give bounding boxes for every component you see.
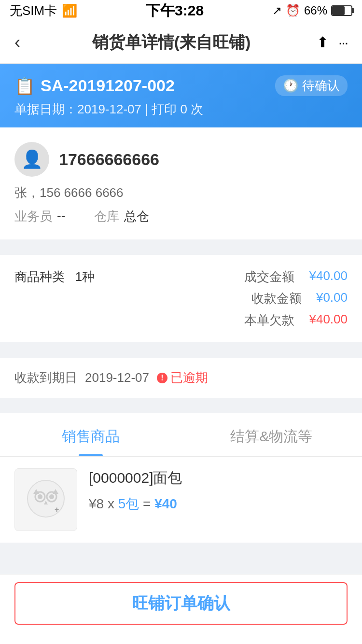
customer-top: 👤 17666666666	[14, 142, 348, 177]
tab-settlement-logistics[interactable]: 结算&物流等	[181, 413, 362, 456]
battery-fill	[332, 6, 345, 15]
svg-point-3	[38, 494, 42, 499]
product-types-value: 1种	[75, 269, 95, 284]
price-unit: ¥8 x	[89, 496, 118, 511]
product-price-formula: ¥8 x 5包 = ¥40	[89, 495, 348, 513]
transaction-amount-row: 成交金额 ¥40.00	[244, 268, 348, 285]
warehouse-value: 总仓	[124, 208, 149, 225]
due-section: 收款到期日 2019-12-07 ! 已逾期	[0, 358, 362, 398]
wifi-icon: 📶	[62, 3, 77, 18]
bottom-bar: 旺铺订单确认	[0, 574, 362, 644]
product-item: + [0000002]面包 ¥8 x 5包 = ¥40	[0, 457, 362, 543]
svg-point-4	[49, 494, 54, 499]
customer-meta: 业务员 -- 仓库 总仓	[14, 208, 348, 225]
overdue-text: 已逾期	[170, 369, 208, 386]
order-id-icon: 📋	[14, 76, 35, 96]
battery-icon	[331, 5, 352, 16]
order-date: 单据日期：2019-12-07 | 打印 0 次	[14, 101, 348, 118]
svg-text:+: +	[55, 505, 59, 514]
nav-actions: ⬆ ···	[299, 34, 348, 51]
order-id: 📋 SA-20191207-002	[14, 76, 175, 96]
carrier-label: 无SIM卡	[10, 2, 57, 19]
product-image: +	[14, 468, 77, 531]
total-price: ¥40	[154, 496, 177, 511]
customer-name: 张，156 6666 6666	[14, 184, 348, 201]
received-label: 收款金额	[251, 290, 302, 307]
balance-label: 本单欠款	[244, 312, 294, 329]
order-header: 📋 SA-20191207-002 🕐 待确认 单据日期：2019-12-07 …	[0, 64, 362, 127]
divider-1	[0, 247, 362, 255]
battery-percent: 66%	[304, 4, 327, 17]
back-button[interactable]: ‹	[14, 32, 43, 53]
avatar: 👤	[14, 142, 49, 177]
quantity-value: 5包	[118, 496, 139, 511]
product-logo: +	[27, 479, 65, 520]
due-date-label: 收款到期日	[14, 369, 77, 386]
salesperson-value: --	[57, 208, 65, 225]
divider-3	[0, 406, 362, 413]
nav-bar: ‹ 销货单详情(来自旺铺) ⬆ ···	[0, 21, 362, 64]
transaction-amount: ¥40.00	[309, 268, 348, 285]
alarm-icon: ⏰	[286, 4, 300, 17]
summary-section: 商品种类 1种 成交金额 ¥40.00 收款金额 ¥0.00 本单欠款 ¥40.…	[0, 255, 362, 342]
order-header-top: 📋 SA-20191207-002 🕐 待确认	[14, 75, 348, 96]
salesperson-item: 业务员 --	[14, 208, 65, 225]
due-date-value: 2019-12-07	[85, 370, 149, 385]
summary-left: 商品种类 1种	[14, 268, 95, 285]
clock-icon: 🕐	[283, 78, 298, 93]
received-amount: ¥0.00	[316, 290, 348, 307]
more-icon[interactable]: ···	[338, 34, 348, 51]
customer-phone: 17666666666	[59, 150, 159, 169]
page-title: 销货单详情(来自旺铺)	[43, 31, 299, 54]
status-left: 无SIM卡 📶	[10, 2, 77, 19]
status-right: ↗ ⏰ 66%	[272, 4, 352, 17]
tabs-header: 销售商品 结算&物流等	[0, 413, 362, 457]
avatar-icon: 👤	[21, 149, 43, 169]
overdue-badge: ! 已逾期	[157, 369, 208, 386]
warehouse-item: 仓库 总仓	[94, 208, 149, 225]
balance-row: 本单欠款 ¥40.00	[244, 312, 348, 329]
product-name: [0000002]面包	[89, 468, 348, 488]
salesperson-label: 业务员	[14, 208, 52, 225]
product-types-item: 商品种类 1种	[14, 268, 95, 285]
received-amount-row: 收款金额 ¥0.00	[251, 290, 348, 307]
time-display: 下午3:28	[146, 1, 204, 21]
overdue-icon: !	[157, 373, 167, 383]
equals-sign: =	[143, 496, 154, 511]
confirm-order-button[interactable]: 旺铺订单确认	[14, 582, 348, 625]
status-bar: 无SIM卡 📶 下午3:28 ↗ ⏰ 66%	[0, 0, 362, 21]
share-icon[interactable]: ⬆	[317, 34, 329, 51]
divider-2	[0, 350, 362, 358]
tab-sales-products[interactable]: 销售商品	[0, 413, 181, 456]
product-types-label: 商品种类	[14, 269, 65, 284]
brand-logo-icon: +	[27, 479, 65, 518]
summary-right: 成交金额 ¥40.00 收款金额 ¥0.00 本单欠款 ¥40.00	[244, 268, 348, 329]
warehouse-label: 仓库	[94, 208, 119, 225]
balance-amount: ¥40.00	[309, 312, 348, 329]
location-icon: ↗	[272, 4, 282, 17]
transaction-label: 成交金额	[244, 268, 294, 285]
product-info: [0000002]面包 ¥8 x 5包 = ¥40	[89, 468, 348, 513]
tabs-section: 销售商品 结算&物流等	[0, 413, 362, 543]
order-status-badge: 🕐 待确认	[275, 75, 348, 96]
customer-section: 👤 17666666666 张，156 6666 6666 业务员 -- 仓库 …	[0, 127, 362, 239]
